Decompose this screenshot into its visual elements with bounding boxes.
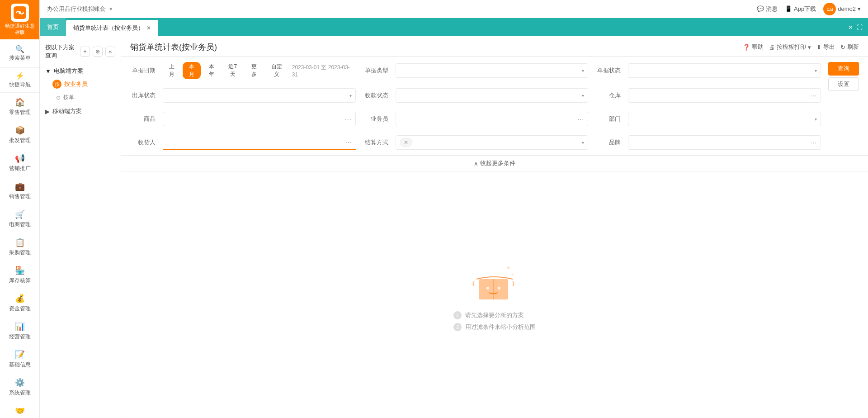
help-icon: ❓ (743, 44, 750, 51)
query-btn[interactable]: 查询 (828, 62, 859, 76)
page-title: 销货单统计表(按业务员) (130, 42, 217, 52)
sub-scheme-item-order[interactable]: ⊙ 按单 (40, 91, 121, 104)
receipt-status-chevron: ▾ (582, 93, 584, 98)
menu-icon-0: 🏠 (15, 97, 25, 107)
desktop-group-label: 电脑端方案 (54, 67, 83, 75)
menu-label-3: 销售管理 (9, 193, 31, 200)
collapse-icon: ∧ (474, 160, 478, 167)
sidebar-item-2[interactable]: 📢营销推广 (7, 149, 33, 177)
dropdown-icon[interactable]: ▾ (109, 5, 113, 12)
refresh-btn[interactable]: ↻ 刷新 (840, 43, 859, 51)
quick-nav-btn[interactable]: ⚡ 快捷导航 (0, 68, 39, 93)
step-1-num: 1 (453, 311, 462, 319)
tab-close-window-btn[interactable]: ✕ (848, 24, 853, 31)
order-status-chevron: ▾ (815, 68, 817, 73)
order-status-select[interactable]: ▾ (628, 63, 821, 78)
menu-icon-1: 📦 (15, 125, 25, 135)
tab-sales-stat[interactable]: 销货单统计表（按业务员） ✕ (66, 20, 158, 36)
date-tab-more[interactable]: 更多 (245, 62, 263, 79)
menu-icon-4: 🛒 (15, 209, 25, 219)
filter-row-4: 收货人 ··· 结算方式 (130, 135, 821, 150)
sidebar-item-3[interactable]: 💼销售管理 (7, 177, 33, 205)
sidebar-item-6[interactable]: 🏪库存核算 (7, 261, 33, 289)
out-status-select[interactable]: ▾ (163, 88, 356, 103)
mobile-scheme-group[interactable]: ▶ 移动端方案 (40, 105, 121, 117)
order-type-select[interactable]: ▾ (396, 63, 589, 78)
warehouse-dots: ··· (810, 92, 817, 99)
refresh-icon: ↻ (840, 44, 845, 51)
setting-btn[interactable]: 设置 (828, 77, 859, 91)
payment-control: ✕ ▾ (396, 135, 589, 150)
warehouse-control: ··· (628, 88, 821, 103)
order-type-control: ▾ (396, 63, 589, 78)
date-tab-this-month[interactable]: 本月 (183, 62, 201, 79)
order-status-control: ▾ (628, 63, 821, 78)
search-menu-btn[interactable]: 🔍 搜索菜单 (3, 43, 37, 64)
tab-close-btn[interactable]: ✕ (146, 25, 151, 31)
main-area: 办公用品行业模拟账套 ▾ 💬 消息 📱 App下载 Ea demo2 ▾ 首 (40, 0, 868, 418)
user-chevron-icon: ▾ (858, 5, 861, 12)
dept-chevron: ▾ (815, 117, 817, 122)
settings-scheme-btn[interactable]: ⊕ (93, 47, 103, 57)
salesperson-control: ··· (396, 112, 589, 126)
sales-stat-tab-label: 销货单统计表（按业务员） (73, 24, 144, 32)
payment-clear-btn[interactable]: ✕ (404, 139, 408, 146)
menu-icon-6: 🏪 (15, 266, 25, 276)
menu-icon-9: 📝 (15, 350, 25, 360)
sidebar-item-7[interactable]: 💰资金管理 (7, 289, 33, 317)
tabbar-right: ✕ ⛶ (848, 24, 868, 31)
desktop-group-title[interactable]: ▼ 电脑端方案 (40, 65, 121, 77)
sidebar-item-8[interactable]: 📊经营管理 (7, 317, 33, 345)
collapse-bar[interactable]: ∧ 收起更多条件 (121, 156, 868, 171)
scheme-item-salesperson[interactable]: 按 按业务员 (40, 77, 121, 91)
menu-label-5: 采购管理 (9, 249, 31, 256)
menu-label-9: 基础信息 (9, 361, 31, 369)
date-tab-last-month[interactable]: 上月 (163, 62, 181, 79)
goods-control: ··· (163, 112, 356, 126)
sidebar-item-4[interactable]: 🛒电商管理 (7, 205, 33, 233)
menu-label-8: 经营管理 (9, 333, 31, 341)
tab-maximize-btn[interactable]: ⛶ (857, 24, 863, 31)
print-btn[interactable]: 🖨 按模板打印 ▾ (769, 43, 811, 51)
date-filter-control: 上月 本月 本年 近7天 更多 自定义 2023-03-01 至 2023-03… (163, 62, 356, 79)
sidebar-item-0[interactable]: 🏠零售管理 (7, 93, 33, 121)
dept-select[interactable]: ▾ (628, 112, 821, 126)
empty-step-1: 1 请先选择要分析的方案 (453, 311, 536, 319)
collapse-panel-btn[interactable]: « (105, 47, 115, 57)
date-tab-7days[interactable]: 近7天 (222, 62, 244, 79)
logo-area[interactable]: 畅捷通好生意 标版 (0, 0, 39, 39)
dept-label: 部门 (595, 115, 621, 123)
user-menu-btn[interactable]: Ea demo2 ▾ (823, 3, 861, 15)
sidebar-item-10[interactable]: ⚙️系统管理 (7, 373, 33, 401)
sidebar-item-9[interactable]: 📝基础信息 (7, 345, 33, 373)
sidebar-item-1[interactable]: 📦批发管理 (7, 121, 33, 149)
brand-select[interactable]: ··· (628, 135, 821, 150)
receipt-status-select[interactable]: ▾ (396, 88, 589, 103)
filter-row-2: 出库状态 ▾ 收款状态 ▾ (130, 88, 821, 103)
tab-home[interactable]: 首页 (40, 18, 66, 36)
add-scheme-btn[interactable]: + (80, 47, 90, 57)
brand-control: ··· (628, 135, 821, 150)
app-title: 办公用品行业模拟账套 (47, 5, 106, 13)
out-status-chevron: ▾ (349, 93, 352, 98)
salesperson-dots: ··· (578, 115, 585, 123)
salesperson-select[interactable]: ··· (396, 112, 589, 126)
sidebar-item-11[interactable]: 🤝企业协同 (7, 401, 33, 418)
warehouse-select[interactable]: ··· (628, 88, 821, 103)
message-btn[interactable]: 💬 消息 (757, 5, 778, 13)
menu-icon-2: 📢 (15, 153, 25, 163)
date-label: 单据日期 (130, 66, 156, 75)
payment-select[interactable]: ✕ ▾ (396, 135, 589, 150)
date-tab-this-year[interactable]: 本年 (203, 62, 221, 79)
sidebar-item-5[interactable]: 📋采购管理 (7, 233, 33, 261)
help-btn[interactable]: ❓ 帮助 (743, 43, 764, 51)
desktop-scheme-group: ▼ 电脑端方案 按 按业务员 ⊙ 按单 (40, 63, 121, 105)
salesperson-label: 业务员 (363, 115, 388, 123)
payment-clear-tag: ✕ (400, 138, 412, 147)
export-btn[interactable]: ⬇ 导出 (816, 43, 835, 51)
page-header: 销货单统计表(按业务员) ❓ 帮助 🖨 按模板打印 ▾ ⬇ 导出 (121, 36, 868, 57)
app-download-btn[interactable]: 📱 App下载 (785, 5, 816, 13)
date-tab-custom[interactable]: 自定义 (265, 62, 288, 79)
goods-select[interactable]: ··· (163, 112, 356, 126)
consignee-select[interactable]: ··· (163, 135, 356, 150)
